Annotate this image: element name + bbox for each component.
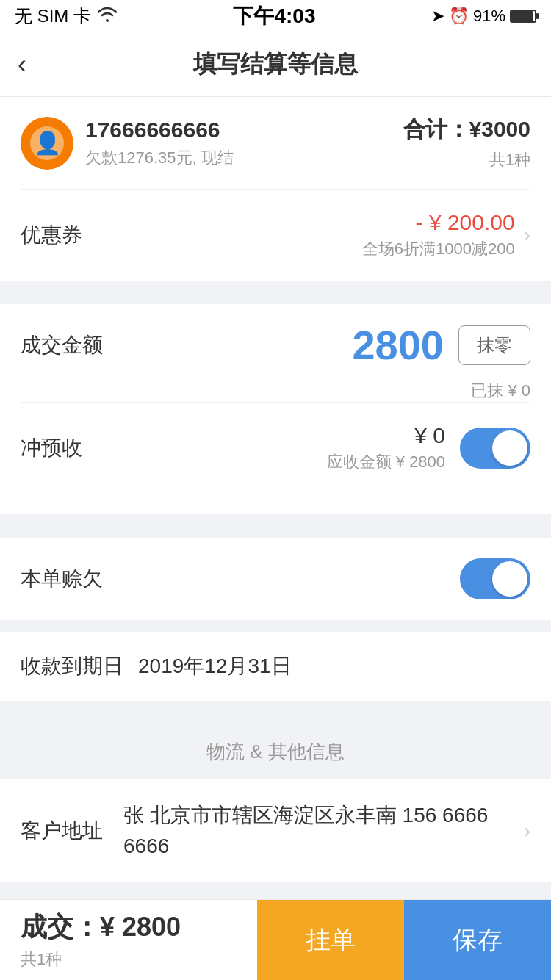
hang-button[interactable]: 挂单: [257, 900, 404, 980]
coupon-right: - ¥ 200.00 全场6折满1000减200 ›: [362, 210, 530, 260]
bottom-count: 共1种: [21, 948, 237, 970]
customer-info: 17666666666 欠款1276.35元, 现结: [85, 118, 234, 169]
gray-spacer-2: [0, 526, 551, 538]
bottom-deal-amount: 成交：¥ 2800: [21, 909, 237, 945]
due-date-label: 收款到期日: [21, 652, 123, 680]
bottom-bar: 成交：¥ 2800 共1种 挂单 保存: [0, 899, 551, 980]
time-display: 下午4:03: [233, 2, 315, 30]
bad-debt-label: 本单赊欠: [21, 565, 103, 593]
amount-sub: 已抹 ¥ 0: [471, 381, 530, 400]
amount-row: 成交金额 2800 抹零: [21, 325, 530, 366]
address-label: 客户地址: [21, 817, 103, 845]
pre-collection-row: 冲预收 ¥ 0 应收金额 ¥ 2800: [21, 402, 530, 494]
chevron-right-icon: ›: [524, 223, 530, 247]
due-date-value: 2019年12月31日: [138, 652, 292, 680]
customer-row: 👤 17666666666 欠款1276.35元, 现结 合计：¥3000 共1…: [21, 97, 530, 189]
battery-icon: [510, 10, 536, 23]
pre-collection-label: 冲预收: [21, 434, 82, 462]
divider-line-left: [29, 752, 192, 752]
coupon-label: 优惠券: [21, 221, 82, 249]
wifi-icon: [97, 6, 118, 26]
logistics-label: 物流 & 其他信息: [206, 739, 345, 765]
avatar-icon: 👤: [34, 130, 61, 156]
deal-amount-label: 成交金额: [21, 331, 103, 359]
customer-debt: 欠款1276.35元, 现结: [85, 147, 234, 169]
gray-spacer: [0, 292, 551, 304]
alarm-icon: ⏰: [449, 7, 469, 26]
status-bar: 无 SIM 卡 下午4:03 ➤ ⏰ 91%: [0, 0, 551, 32]
battery-text: 91%: [473, 7, 505, 26]
coupon-desc: 全场6折满1000减200: [362, 238, 515, 260]
bad-debt-section: 本单赊欠: [0, 538, 551, 620]
customer-total: 合计：¥3000 共1种: [403, 115, 530, 171]
status-left: 无 SIM 卡: [15, 4, 118, 28]
round-button[interactable]: 抹零: [458, 325, 530, 365]
customer-left: 👤 17666666666 欠款1276.35元, 现结: [21, 117, 234, 170]
avatar: 👤: [21, 117, 73, 170]
save-button[interactable]: 保存: [404, 900, 551, 980]
location-icon: ➤: [431, 7, 444, 26]
coupon-row[interactable]: 优惠券 - ¥ 200.00 全场6折满1000减200 ›: [21, 190, 530, 281]
coupon-amount: - ¥ 200.00: [416, 210, 515, 235]
gray-spacer-3: [0, 713, 551, 724]
pre-collection-value: ¥ 0: [414, 423, 445, 448]
page-title: 填写结算等信息: [193, 48, 358, 81]
toggle-knob: [492, 430, 527, 466]
total-count: 共1种: [403, 149, 530, 171]
address-value: 张 北京市市辖区海淀区永丰南 156 6666 6666: [123, 800, 524, 862]
pre-collection-sub: 应收金额 ¥ 2800: [327, 451, 445, 473]
content-area: 👤 17666666666 欠款1276.35元, 现结 合计：¥3000 共1…: [0, 97, 551, 980]
bottom-summary: 成交：¥ 2800 共1种: [0, 909, 257, 970]
bad-debt-toggle-knob: [492, 561, 527, 597]
pre-collection-toggle[interactable]: [460, 428, 530, 469]
bottom-buttons: 挂单 保存: [257, 900, 551, 980]
back-button[interactable]: ‹: [18, 49, 26, 80]
total-amount: 合计：¥3000: [403, 115, 530, 145]
logistics-divider: 物流 & 其他信息: [0, 724, 551, 779]
deal-amount-section: 成交金额 2800 抹零 已抹 ¥ 0 冲预收 ¥ 0 应收金额 ¥ 2800: [0, 304, 551, 514]
nav-bar: ‹ 填写结算等信息: [0, 32, 551, 97]
status-right: ➤ ⏰ 91%: [431, 7, 536, 26]
customer-phone: 17666666666: [85, 118, 234, 143]
customer-card: 👤 17666666666 欠款1276.35元, 现结 合计：¥3000 共1…: [0, 97, 551, 281]
address-chevron-icon: ›: [524, 819, 530, 843]
divider-line-right: [359, 752, 522, 752]
bad-debt-toggle[interactable]: [460, 558, 530, 599]
deal-amount-value: 2800: [352, 325, 444, 366]
address-section[interactable]: 客户地址 张 北京市市辖区海淀区永丰南 156 6666 6666 ›: [0, 779, 551, 882]
due-date-section: 收款到期日 2019年12月31日: [0, 632, 551, 701]
carrier-text: 无 SIM 卡: [15, 4, 91, 28]
